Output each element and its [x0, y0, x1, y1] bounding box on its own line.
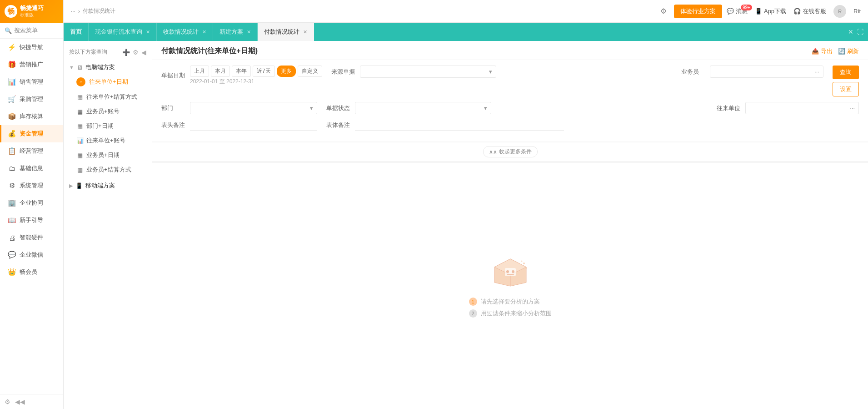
date-btn-more[interactable]: 更多	[277, 66, 296, 77]
filter-source: 来源单据 ▾	[331, 66, 672, 78]
sidebar-item-label: 企业微信	[20, 251, 43, 259]
salesman-select[interactable]: ···	[710, 66, 823, 78]
tab-receipt-close[interactable]: ✕	[202, 29, 206, 35]
tab-receipt[interactable]: 收款情况统计 ✕	[157, 23, 213, 41]
empty-tip-1: 1 请先选择要分析的方案	[469, 298, 552, 306]
header-settings-btn[interactable]: ⚙	[660, 7, 667, 15]
tab-bank[interactable]: 现金银行流水查询 ✕	[89, 23, 157, 41]
tab-bank-close[interactable]: ✕	[146, 29, 150, 35]
tab-new-label: 新建方案	[219, 28, 243, 36]
message-btn[interactable]: 💬 消息 99+	[727, 7, 748, 15]
scheme-label: 部门+日期	[86, 122, 114, 130]
sidebar-item-purchase[interactable]: 🛒 采购管理	[0, 91, 63, 108]
settings-btn[interactable]: 设置	[833, 82, 859, 96]
dept-select[interactable]: ▾	[190, 102, 317, 114]
sidebar-item-finance[interactable]: 💰 资金管理	[0, 125, 63, 142]
sidebar-item-inventory[interactable]: 📦 库存核算	[0, 108, 63, 125]
add-scheme-btn[interactable]: ➕	[122, 49, 130, 56]
date-btn-this-month[interactable]: 本月	[211, 66, 230, 77]
header-note-input[interactable]	[190, 120, 317, 131]
scheme-settings-btn[interactable]: ⚙	[133, 49, 139, 56]
search-menu[interactable]: 🔍 搜索菜单	[0, 23, 63, 39]
tab-new-scheme[interactable]: 新建方案 ✕	[213, 23, 258, 41]
close-window-btn[interactable]: ✕	[848, 28, 853, 35]
left-panel-actions: ➕ ⚙ ◀	[122, 49, 146, 56]
mobile-group-title[interactable]: ▶ 📱 移动端方案	[64, 179, 152, 192]
sidebar-item-operations[interactable]: 📋 经营管理	[0, 142, 63, 160]
inventory-icon: 📦	[8, 112, 16, 121]
tip-num-2: 2	[469, 309, 477, 318]
date-range-display: 2022-01-01 至 2022-12-31	[190, 78, 322, 86]
header-actions: ⚙ 体验行业方案	[660, 5, 722, 18]
scheme-item-dept-date[interactable]: ▦ 部门+日期	[64, 119, 152, 133]
sidebar-item-basic[interactable]: 🗂 基础信息	[0, 160, 63, 177]
user-avatar: R	[833, 5, 846, 18]
sidebar-item-enterprise[interactable]: 🏢 企业协同	[0, 194, 63, 212]
voucher-status-select[interactable]: ▾	[355, 102, 491, 114]
purchase-icon: 🛒	[8, 95, 16, 103]
body-note-input[interactable]	[355, 120, 564, 131]
sidebar-item-system[interactable]: ⚙ 系统管理	[0, 177, 63, 194]
empty-tip-2: 2 用过滤条件来缩小分析范围	[469, 309, 552, 318]
filter-header-note: 表头备注	[161, 120, 317, 131]
dots-icon: ···	[850, 105, 855, 111]
date-btn-7days[interactable]: 近7天	[253, 66, 275, 77]
scheme-item-partner-date[interactable]: ○ 往来单位+日期	[64, 74, 152, 90]
sidebar-item-label: 畅会员	[20, 268, 37, 276]
online-service-btn[interactable]: 🎧 在线客服	[793, 7, 826, 15]
scheme-item-salesman-account[interactable]: ▦ 业务员+账号	[64, 104, 152, 119]
export-btn[interactable]: 📤 导出	[812, 47, 833, 56]
date-btn-group: 上月 本月 本年 近7天 更多 自定义	[190, 66, 322, 77]
enterprise-icon: 🏢	[8, 199, 16, 207]
date-btn-this-year[interactable]: 本年	[232, 66, 251, 77]
scheme-item-salesman-settle[interactable]: ▦ 业务员+结算方式	[64, 162, 152, 177]
desktop-group-title[interactable]: ▼ 🖥 电脑端方案	[64, 61, 152, 74]
partner-select[interactable]: ···	[745, 102, 859, 114]
sidebar-item-sales[interactable]: 📊 销售管理	[0, 73, 63, 91]
tab-home[interactable]: 首页	[64, 23, 89, 41]
query-btn[interactable]: 查询	[833, 66, 859, 79]
sidebar-item-label: 智能硬件	[20, 233, 43, 242]
refresh-btn[interactable]: 🔄 刷新	[838, 47, 859, 56]
collapse-sidebar-btn[interactable]: ◀◀	[15, 398, 25, 405]
maximize-window-btn[interactable]: ⛶	[857, 28, 863, 35]
sidebar-item-guide[interactable]: 📖 新手引导	[0, 212, 63, 229]
table-icon: ▦	[76, 123, 84, 130]
collapse-panel-btn[interactable]: ◀	[141, 49, 146, 56]
dept-label: 部门	[161, 104, 186, 112]
desktop-arrow-icon: ▼	[69, 65, 74, 70]
app-download-btn[interactable]: 📱 App下载	[755, 7, 786, 15]
scheme-item-partner-account[interactable]: 📊 往来单位+账号	[64, 133, 152, 148]
operations-icon: 📋	[8, 147, 16, 155]
settings-bottom-btn[interactable]: ⚙	[5, 398, 10, 405]
source-select[interactable]: ▾	[360, 66, 496, 78]
header-right: 💬 消息 99+ 📱 App下载 🎧 在线客服 R Rit	[727, 5, 861, 18]
scheme-label: 往来单位+日期	[89, 78, 128, 86]
filter-body-note: 表体备注	[326, 120, 859, 131]
tab-window-btns: ✕ ⛶	[843, 23, 868, 41]
svg-point-7	[523, 263, 525, 264]
top-header: ··· › 付款情况统计 ⚙ 体验行业方案 💬 消息 99+ 📱 App下载 🎧…	[64, 0, 868, 23]
table-icon: ▦	[76, 94, 84, 101]
tab-new-close[interactable]: ✕	[247, 29, 251, 35]
collapse-conditions-btn[interactable]: ∧∧ 收起更多条件	[483, 146, 538, 157]
page-title-actions: 📤 导出 🔄 刷新	[812, 47, 859, 56]
tab-payment-stat[interactable]: 付款情况统计 ✕	[258, 23, 314, 41]
header-note-label: 表头备注	[161, 121, 186, 129]
sidebar-item-member[interactable]: 👑 畅会员	[0, 263, 63, 281]
scheme-item-partner-settle[interactable]: ▦ 往来单位+结算方式	[64, 90, 152, 104]
sidebar-item-marketing[interactable]: 🎁 营销推广	[0, 56, 63, 73]
date-btn-last-month[interactable]: 上月	[190, 66, 209, 77]
sidebar-item-quick-nav[interactable]: ⚡ 快捷导航	[0, 39, 63, 56]
trial-btn[interactable]: 体验行业方案	[674, 5, 722, 18]
scheme-item-salesman-date[interactable]: ▦ 业务员+日期	[64, 148, 152, 162]
empty-state: 1 请先选择要分析的方案 2 用过滤条件来缩小分析范围	[152, 163, 868, 409]
username: Rit	[853, 8, 861, 15]
sidebar-item-hardware[interactable]: 🖨 智能硬件	[0, 229, 63, 246]
sidebar-item-wechat[interactable]: 💬 企业微信	[0, 246, 63, 263]
breadcrumb: ··· › 付款情况统计	[71, 7, 656, 15]
sidebar-item-label: 经营管理	[20, 147, 43, 155]
tab-payment-close[interactable]: ✕	[303, 29, 307, 35]
date-btn-custom[interactable]: 自定义	[298, 66, 322, 77]
finance-icon: 💰	[8, 130, 16, 138]
